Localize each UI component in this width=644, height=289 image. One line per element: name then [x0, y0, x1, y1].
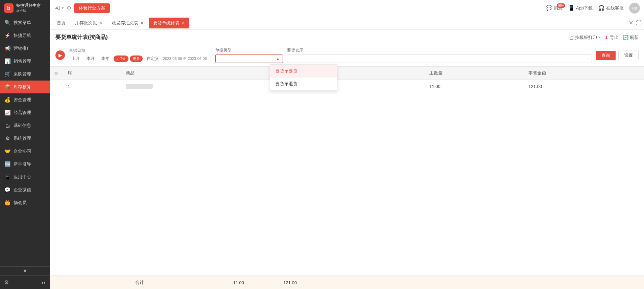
table-head: ⚙ 序 商品 主计量单位 主数量 零售金额: [50, 67, 644, 80]
sidebar-item-enterprise[interactable]: 🤝 企业协同: [0, 145, 50, 158]
sidebar: b 畅捷通好生意 标准版 🔍 搜索菜单 ⚡ 快捷导航 📢 营销推广 📊 销售管理…: [0, 0, 50, 289]
marketing-icon: 📢: [4, 45, 11, 51]
sidebar-item-inventory[interactable]: 📦 库存核算: [0, 81, 50, 93]
sidebar-settings-icon[interactable]: ⚙: [4, 279, 9, 286]
tab-home-label: 首页: [57, 20, 66, 26]
table-footer: 合计 11.00 121.00: [50, 275, 644, 289]
tab-summary[interactable]: 收发存汇总表 ✕: [108, 18, 148, 28]
filter-bar: ▶ 单据日期 上月 本月 本年 近7天 更多 自定义 2023-05-06 至 …: [50, 44, 644, 67]
tab-expand-icon[interactable]: ⛶: [636, 20, 641, 26]
cell-checkbox: [50, 80, 64, 93]
footer-qty: 11.00: [217, 280, 244, 285]
tab-order-stat[interactable]: 要货单统计表 ✕: [149, 18, 189, 28]
date-btns: 上月 本月 本年 近7天 更多 自定义 2023-05-06 至 2023-06…: [69, 55, 207, 63]
table-container: ⚙ 序 商品 主计量单位 主数量 零售金额 1 ██████: [50, 67, 644, 275]
filter-doc-type: 单据类型 ▲: [215, 47, 283, 63]
basic-label: 基础信息: [14, 123, 31, 129]
date-btn-custom[interactable]: 自定义: [144, 55, 162, 63]
topbar-service[interactable]: 🎧 在线客服: [598, 5, 624, 11]
brand-name: 畅捷通好生意: [16, 3, 41, 8]
basic-icon: 🗂: [4, 123, 11, 129]
date-btn-this-month[interactable]: 本月: [84, 55, 97, 63]
apps-label: 应用中心: [14, 174, 31, 180]
sidebar-item-operations[interactable]: 📈 经营管理: [0, 106, 50, 119]
tab-stock-close[interactable]: ✕: [99, 21, 102, 25]
sidebar-logo: b 畅捷通好生意 标准版: [0, 0, 50, 16]
doc-type-label: 单据类型: [215, 47, 283, 53]
industry-btn[interactable]: 体验行业方案: [74, 3, 110, 13]
refresh-btn[interactable]: 🔄 刷新: [623, 35, 639, 41]
shortcut-icon: ⚡: [4, 32, 11, 39]
guide-icon: 🆕: [4, 161, 11, 167]
sidebar-nav: ⚡ 快捷导航 📢 营销推广 📊 销售管理 🛒 采购管理 📦 库存核算 💰 资金管…: [0, 29, 50, 266]
date-btn-more[interactable]: 更多: [130, 55, 143, 62]
date-btn-7days[interactable]: 近7天: [114, 55, 128, 62]
page-actions: 🖨 按模板打印 ▾ ⬇ 导出 🔄 刷新: [569, 35, 639, 41]
product-blurred: ██████: [126, 84, 153, 89]
warehouse-input[interactable]: ···: [287, 54, 592, 63]
sidebar-item-sales[interactable]: 📊 销售管理: [0, 55, 50, 68]
tab-stock[interactable]: 库存批次账 ✕: [71, 18, 106, 28]
sidebar-item-guide[interactable]: 🆕 新手引导: [0, 158, 50, 171]
export-icon: ⬇: [604, 35, 609, 40]
sidebar-item-apps[interactable]: 📱 应用中心: [0, 171, 50, 183]
print-label: 按模板打印: [575, 35, 597, 41]
topbar-settings-icon[interactable]: ⚙: [67, 5, 71, 11]
topbar-msg[interactable]: 💬 消息 99+: [546, 5, 563, 11]
page-header: 要货单统计表(按商品) 🖨 按模板打印 ▾ ⬇ 导出 🔄 刷新: [50, 30, 644, 44]
store-dropdown-icon[interactable]: ▾: [62, 5, 64, 10]
tab-summary-close[interactable]: ✕: [140, 21, 144, 25]
footer-amount: 121.00: [270, 280, 297, 285]
sidebar-collapse-btn[interactable]: ⏮: [41, 280, 46, 286]
topbar-avatar[interactable]: Rit: [629, 3, 640, 14]
topbar-right: 💬 消息 99+ 📱 App下载 🎧 在线客服 Rit: [546, 3, 640, 14]
sidebar-item-purchase[interactable]: 🛒 采购管理: [0, 68, 50, 81]
print-btn[interactable]: 🖨 按模板打印 ▾: [569, 35, 600, 41]
dropdown-item-yh-return[interactable]: 要货单退货: [270, 77, 337, 90]
date-btn-this-year[interactable]: 本年: [99, 55, 112, 63]
filter-warehouse: 要货仓库 ···: [287, 47, 592, 63]
sidebar-scroll-down[interactable]: ▼: [0, 266, 50, 275]
tabbar: 首页 库存批次账 ✕ 收发存汇总表 ✕ 要货单统计表 ✕ ✕ ⛶: [50, 16, 644, 30]
doc-type-arrow: ▲: [276, 57, 280, 61]
sidebar-item-finance[interactable]: 💰 资金管理: [0, 93, 50, 106]
th-product: 商品: [122, 67, 285, 80]
export-label: 导出: [610, 35, 619, 41]
app-label: App下载: [576, 5, 593, 11]
cell-qty: 11.00: [425, 80, 524, 93]
refresh-label: 刷新: [630, 35, 639, 41]
enterprise-icon: 🤝: [4, 148, 11, 154]
th-settings-icon[interactable]: ⚙: [54, 71, 58, 76]
app-icon: 📱: [568, 5, 575, 11]
filter-divider-1: [211, 50, 211, 60]
export-btn[interactable]: ⬇ 导出: [604, 35, 619, 41]
purchase-icon: 🛒: [4, 71, 11, 77]
filter-expand-btn[interactable]: ▶: [55, 50, 65, 60]
content-area: 要货单统计表(按商品) 🖨 按模板打印 ▾ ⬇ 导出 🔄 刷新 ▶: [50, 30, 644, 289]
guide-label: 新手引导: [14, 161, 31, 167]
print-dropdown-icon[interactable]: ▾: [598, 35, 600, 40]
warehouse-more-icon: ···: [586, 57, 589, 61]
shortcut-label: 快捷导航: [14, 32, 31, 39]
print-icon: 🖨: [569, 35, 574, 40]
sidebar-item-member[interactable]: 👑 畅会员: [0, 196, 50, 209]
topbar-app-download[interactable]: 📱 App下载: [568, 5, 593, 11]
settings-btn[interactable]: 设置: [618, 50, 639, 60]
sidebar-item-system[interactable]: ⚙ 系统管理: [0, 132, 50, 145]
dropdown-item-yh-single[interactable]: 要货单要货: [270, 65, 337, 77]
sidebar-item-shortcut[interactable]: ⚡ 快捷导航: [0, 29, 50, 42]
tab-close-all-icon[interactable]: ✕: [629, 20, 633, 26]
table-row: 1 ██████ 块 11.00 121.00: [50, 80, 644, 93]
tab-order-stat-close[interactable]: ✕: [182, 21, 185, 25]
search-icon: 🔍: [4, 20, 11, 26]
main-area: 41 ▾ ⚙ 体验行业方案 💬 消息 99+ 📱 App下载 🎧 在线客服 Ri…: [50, 0, 644, 289]
sidebar-item-marketing[interactable]: 📢 营销推广: [0, 42, 50, 55]
doc-type-select[interactable]: ▲: [215, 54, 283, 63]
sidebar-search[interactable]: 🔍 搜索菜单: [0, 16, 50, 29]
sidebar-item-basic[interactable]: 🗂 基础信息: [0, 119, 50, 132]
tab-home[interactable]: 首页: [53, 18, 70, 28]
sidebar-item-wechat[interactable]: 💬 企业微信: [0, 183, 50, 196]
query-btn[interactable]: 查询: [596, 51, 616, 60]
tab-summary-label: 收发存汇总表: [112, 20, 138, 26]
date-btn-last-month[interactable]: 上月: [69, 55, 82, 63]
